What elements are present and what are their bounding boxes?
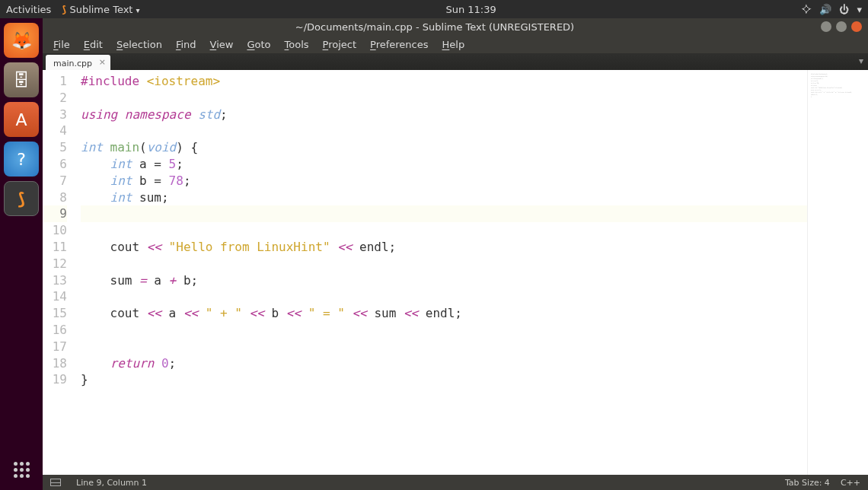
launcher-sublime[interactable]: ⟆	[4, 181, 39, 216]
code-line[interactable]	[81, 322, 807, 339]
tabbar: main.cpp × ▾	[43, 53, 868, 70]
code-line[interactable]	[81, 123, 807, 139]
menu-file[interactable]: File	[47, 37, 76, 52]
menu-selection[interactable]: Selection	[110, 37, 168, 52]
code-line[interactable]: int b = 78;	[81, 173, 807, 189]
line-number[interactable]: 8	[43, 189, 67, 206]
power-icon[interactable]: ⏻	[839, 4, 849, 15]
volume-icon[interactable]: 🔊	[819, 4, 831, 15]
line-number[interactable]: 5	[43, 139, 67, 156]
topbar-app-indicator[interactable]: ⟆ Sublime Text	[62, 4, 139, 15]
sublime-window: ~/Documents/main.cpp - Sublime Text (UNR…	[43, 18, 868, 490]
launcher-firefox[interactable]: 🦊	[4, 23, 39, 58]
line-number[interactable]: 15	[43, 305, 67, 322]
window-close-button[interactable]	[851, 21, 862, 32]
panel-toggle-icon[interactable]	[50, 479, 61, 486]
launcher-apps-grid[interactable]	[0, 452, 43, 487]
menubar: FileEditSelectionFindViewGotoToolsProjec…	[43, 35, 868, 53]
sublime-icon: ⟆	[62, 4, 66, 15]
tab-close-icon[interactable]: ×	[99, 57, 106, 67]
code-editor[interactable]: #include <iostream> using namespace std;…	[75, 70, 807, 475]
topbar-app-name: Sublime Text	[69, 4, 132, 15]
code-line[interactable]: using namespace std;	[81, 107, 807, 123]
line-number[interactable]: 2	[43, 90, 67, 107]
menu-tools[interactable]: Tools	[279, 37, 315, 52]
line-number[interactable]: 12	[43, 256, 67, 272]
status-tab-size[interactable]: Tab Size: 4	[785, 478, 830, 488]
gnome-topbar: Activities ⟆ Sublime Text Sun 11:39 ⯎ 🔊 …	[0, 0, 868, 18]
code-line[interactable]: int a = 5;	[81, 156, 807, 173]
tab-main-cpp[interactable]: main.cpp ×	[46, 55, 110, 70]
line-number[interactable]: 9	[43, 205, 67, 222]
line-number[interactable]: 19	[43, 371, 67, 388]
code-line[interactable]: #include <iostream>	[81, 73, 807, 90]
network-icon[interactable]: ⯎	[802, 4, 812, 15]
tabbar-dropdown-icon[interactable]: ▾	[859, 56, 863, 66]
code-line[interactable]	[81, 222, 807, 239]
code-line[interactable]: int main(void) {	[81, 139, 807, 156]
window-minimize-button[interactable]	[821, 21, 831, 32]
line-number[interactable]: 6	[43, 156, 67, 173]
launcher-files[interactable]: 🗄	[4, 62, 39, 97]
line-number[interactable]: 10	[43, 222, 67, 239]
launcher-dock: 🦊 🗄 A ? ⟆	[0, 18, 43, 490]
window-titlebar[interactable]: ~/Documents/main.cpp - Sublime Text (UNR…	[43, 18, 868, 35]
line-number[interactable]: 3	[43, 107, 67, 123]
code-line[interactable]	[81, 288, 807, 305]
line-number[interactable]: 1	[43, 73, 67, 90]
code-line[interactable]	[81, 90, 807, 107]
line-number[interactable]: 7	[43, 173, 67, 189]
menu-edit[interactable]: Edit	[78, 37, 109, 52]
code-line[interactable]	[81, 205, 807, 222]
line-number[interactable]: 14	[43, 288, 67, 305]
menu-view[interactable]: View	[204, 37, 240, 52]
code-line[interactable]: sum = a + b;	[81, 272, 807, 289]
code-line[interactable]	[81, 256, 807, 272]
dropdown-icon[interactable]: ▾	[857, 4, 862, 15]
activities-button[interactable]: Activities	[6, 4, 51, 15]
status-syntax[interactable]: C++	[841, 478, 860, 488]
launcher-help[interactable]: ?	[4, 142, 39, 177]
tab-label: main.cpp	[53, 59, 92, 68]
menu-project[interactable]: Project	[317, 37, 363, 52]
statusbar: Line 9, Column 1 Tab Size: 4 C++	[43, 475, 868, 490]
code-line[interactable]	[81, 339, 807, 355]
line-number[interactable]: 4	[43, 123, 67, 139]
line-number[interactable]: 13	[43, 272, 67, 289]
menu-find[interactable]: Find	[170, 37, 203, 52]
line-number[interactable]: 18	[43, 355, 67, 372]
menu-goto[interactable]: Goto	[241, 37, 276, 52]
code-line[interactable]: return 0;	[81, 355, 807, 372]
code-line[interactable]: }	[81, 371, 807, 388]
code-line[interactable]: int sum;	[81, 189, 807, 206]
editor-area: 12345678910111213141516171819 #include <…	[43, 70, 868, 475]
menu-preferences[interactable]: Preferences	[364, 37, 434, 52]
line-number[interactable]: 11	[43, 239, 67, 256]
window-maximize-button[interactable]	[836, 21, 847, 32]
line-number[interactable]: 16	[43, 322, 67, 339]
gutter[interactable]: 12345678910111213141516171819	[43, 70, 75, 475]
code-line[interactable]: cout << a << " + " << b << " = " << sum …	[81, 305, 807, 322]
code-line[interactable]: cout << "Hello from LinuxHint" << endl;	[81, 239, 807, 256]
status-position[interactable]: Line 9, Column 1	[76, 478, 147, 488]
window-title: ~/Documents/main.cpp - Sublime Text (UNR…	[49, 21, 821, 33]
minimap[interactable]: #include <iostream>using namespace std;i…	[807, 70, 868, 475]
line-number[interactable]: 17	[43, 339, 67, 355]
menu-help[interactable]: Help	[436, 37, 471, 52]
launcher-software[interactable]: A	[4, 102, 39, 137]
clock[interactable]: Sun 11:39	[140, 4, 803, 15]
